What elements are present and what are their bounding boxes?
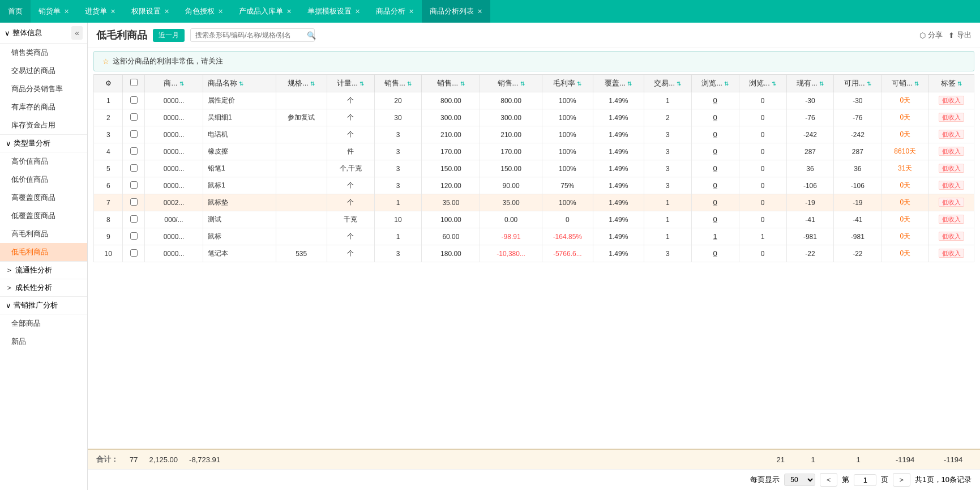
select-all-checkbox[interactable] <box>130 79 138 86</box>
row-view1-3[interactable]: 0 <box>691 126 739 143</box>
share-button[interactable]: ⬡ 分享 <box>919 30 943 40</box>
table-row: 5 0000... 铅笔1 个,千克 3 150.00 150.00 100% … <box>94 160 974 177</box>
prev-page-button[interactable]: ＜ <box>820 473 837 487</box>
nav-item-products[interactable]: 产成品入库单 ✕ <box>231 0 299 23</box>
row-view1-7[interactable]: 0 <box>691 194 739 211</box>
nav-item-analysis[interactable]: 商品分析 ✕ <box>368 0 422 23</box>
row-view1-5[interactable]: 0 <box>691 160 739 177</box>
row-view1-10[interactable]: 0 <box>691 245 739 262</box>
nav-permissions-close[interactable]: ✕ <box>164 8 169 15</box>
row-trans-8: 1 <box>644 211 691 228</box>
sidebar-item-stocked-goods[interactable]: 有库存的商品 <box>0 98 87 116</box>
search-icon[interactable]: 🔍 <box>307 31 316 40</box>
sidebar-group-flow-analysis[interactable]: ＞ 流通性分析 <box>0 261 87 279</box>
page-size-select[interactable]: 50 100 200 <box>784 474 815 486</box>
row-sale-days-4: 8610天 <box>881 143 929 160</box>
th-sale-days[interactable]: 可销... ⇅ <box>881 75 929 92</box>
row-checkbox-8[interactable] <box>123 211 145 228</box>
row-curr-stock-1: -30 <box>786 92 834 109</box>
th-cover[interactable]: 覆盖... ⇅ <box>593 75 644 92</box>
th-sale-amount[interactable]: 销售... ⇅ <box>480 75 542 92</box>
export-button[interactable]: ⬆ 导出 <box>948 30 972 40</box>
table-row: 1 0000... 属性定价 个 20 800.00 800.00 100% 1… <box>94 92 974 109</box>
row-sale-price-10: 180.00 <box>422 245 480 262</box>
sidebar-item-low-profit[interactable]: 低毛利商品 <box>0 243 87 261</box>
row-checkbox-5[interactable] <box>123 160 145 177</box>
sidebar-item-stock-capital[interactable]: 库存资金占用 <box>0 116 87 134</box>
next-page-button[interactable]: ＞ <box>893 473 910 487</box>
th-trans[interactable]: 交易... ⇅ <box>644 75 691 92</box>
row-checkbox-9[interactable] <box>123 228 145 245</box>
th-name[interactable]: 商品名称 ⇅ <box>203 75 276 92</box>
row-checkbox-4[interactable] <box>123 143 145 160</box>
nav-purchase-close[interactable]: ✕ <box>110 8 115 15</box>
row-checkbox-10[interactable] <box>123 245 145 262</box>
nav-roles-close[interactable]: ✕ <box>218 8 223 15</box>
row-spec-1 <box>276 92 327 109</box>
nav-item-sales[interactable]: 销货单 ✕ <box>31 0 77 23</box>
th-sale-price[interactable]: 销售... ⇅ <box>422 75 480 92</box>
row-name-10: 笔记本 <box>203 245 276 262</box>
sidebar-item-low-value[interactable]: 低价值商品 <box>0 171 87 189</box>
sidebar-group-growth-analysis[interactable]: ＞ 成长性分析 <box>0 279 87 296</box>
row-view1-1[interactable]: 0 <box>691 92 739 109</box>
th-avail-stock[interactable]: 可用... ⇅ <box>834 75 881 92</box>
sidebar-item-traded-goods[interactable]: 交易过的商品 <box>0 62 87 80</box>
sidebar-group-overall[interactable]: ∨ 整体信息 <box>5 28 42 38</box>
th-code[interactable]: 商... ⇅ <box>145 75 203 92</box>
sidebar-collapse-button[interactable]: « <box>71 26 83 40</box>
sidebar-group-marketing-items: 全部商品 新品 <box>0 314 87 351</box>
sort-name-icon: ⇅ <box>239 80 243 87</box>
sidebar-item-low-coverage[interactable]: 低覆盖度商品 <box>0 207 87 225</box>
nav-item-purchase[interactable]: 进货单 ✕ <box>77 0 123 23</box>
sidebar-item-high-profit[interactable]: 高毛利商品 <box>0 225 87 243</box>
th-checkbox[interactable] <box>123 75 145 92</box>
row-view1-4[interactable]: 0 <box>691 143 739 160</box>
nav-products-close[interactable]: ✕ <box>286 8 292 15</box>
row-view1-8[interactable]: 0 <box>691 211 739 228</box>
th-gross-rate[interactable]: 毛利率 ⇅ <box>542 75 593 92</box>
row-checkbox-7[interactable] <box>123 194 145 211</box>
th-sale-qty[interactable]: 销售... ⇅ <box>374 75 422 92</box>
row-view1-9[interactable]: 1 <box>691 228 739 245</box>
th-view1[interactable]: 浏览... ⇅ <box>691 75 739 92</box>
row-spec-10: 535 <box>276 245 327 262</box>
page-size-label: 每页显示 <box>750 475 780 485</box>
nav-item-permissions[interactable]: 权限设置 ✕ <box>123 0 177 23</box>
row-checkbox-1[interactable] <box>123 92 145 109</box>
row-checkbox-6[interactable] <box>123 177 145 194</box>
th-curr-stock[interactable]: 现有... ⇅ <box>786 75 834 92</box>
nav-item-roles[interactable]: 角色授权 ✕ <box>177 0 231 23</box>
search-input[interactable] <box>190 28 315 42</box>
sidebar-item-sales-goods[interactable]: 销售类商品 <box>0 44 87 62</box>
th-unit[interactable]: 计量... ⇅ <box>327 75 374 92</box>
sidebar-group-type-analysis[interactable]: ∨ 类型量分析 <box>0 134 87 152</box>
row-checkbox-2[interactable] <box>123 109 145 126</box>
sidebar-item-high-value[interactable]: 高价值商品 <box>0 152 87 171</box>
sidebar-item-high-coverage[interactable]: 高覆盖度商品 <box>0 189 87 207</box>
nav-templates-label: 单据模板设置 <box>307 6 352 16</box>
row-checkbox-3[interactable] <box>123 126 145 143</box>
row-tag-2: 低收入 <box>929 109 974 126</box>
sort-sale-amount-icon: ⇅ <box>520 80 525 87</box>
page-number-input[interactable] <box>854 474 876 486</box>
row-view1-6[interactable]: 0 <box>691 177 739 194</box>
th-tag[interactable]: 标签 ⇅ <box>929 75 974 92</box>
nav-sales-close[interactable]: ✕ <box>64 8 69 15</box>
row-spec-3 <box>276 126 327 143</box>
nav-item-templates[interactable]: 单据模板设置 ✕ <box>299 0 368 23</box>
nav-analysis-list-close[interactable]: ✕ <box>477 8 482 15</box>
sidebar-item-category-sales[interactable]: 商品分类销售率 <box>0 80 87 98</box>
sidebar-item-new-goods[interactable]: 新品 <box>0 333 87 351</box>
th-spec[interactable]: 规格... ⇅ <box>276 75 327 92</box>
period-button[interactable]: 近一月 <box>153 29 185 42</box>
sidebar-group-marketing[interactable]: ∨ 营销推广分析 <box>0 296 87 314</box>
sidebar-item-all-goods[interactable]: 全部商品 <box>0 314 87 333</box>
nav-item-home[interactable]: 首页 <box>0 0 31 23</box>
th-settings[interactable]: ⚙ <box>94 75 123 92</box>
nav-analysis-close[interactable]: ✕ <box>409 8 414 15</box>
nav-item-analysis-list[interactable]: 商品分析列表 ✕ <box>422 0 490 23</box>
nav-templates-close[interactable]: ✕ <box>355 8 360 15</box>
th-view2[interactable]: 浏览... ⇅ <box>739 75 786 92</box>
row-view1-2[interactable]: 0 <box>691 109 739 126</box>
